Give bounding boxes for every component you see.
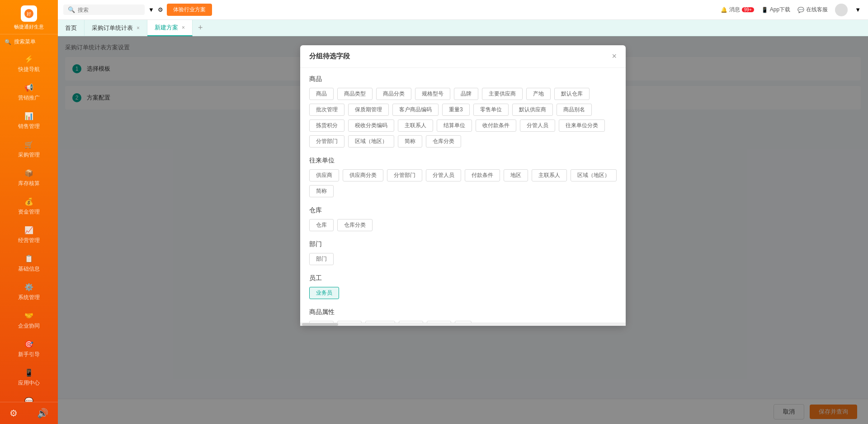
field-tag-warehouse-cat[interactable]: 仓库分类	[337, 219, 373, 231]
field-tag-manager[interactable]: 分管人员	[520, 119, 555, 132]
field-tag-from-unit-category[interactable]: 往来单位分类	[559, 119, 605, 132]
app-download-item[interactable]: 📱 App下载	[761, 6, 790, 14]
field-tag-region-partner[interactable]: 地区	[504, 169, 528, 181]
tab-purchase-stats[interactable]: 采购订单统计表×	[85, 20, 147, 36]
download-icon: 📱	[761, 7, 768, 13]
sidebar-item-cooperation[interactable]: 🤝企业协同	[0, 306, 58, 334]
horizontal-scrollbar[interactable]	[300, 323, 626, 326]
field-tag-main-supplier[interactable]: 主要供应商	[482, 88, 523, 100]
sidebar-item-quick-nav[interactable]: ⚡快捷导航	[0, 49, 58, 78]
sidebar-item-marketing[interactable]: 📢营销推广	[0, 78, 58, 106]
field-tag-origin[interactable]: 产地	[526, 88, 551, 100]
field-tag-default-warehouse[interactable]: 默认仓库	[554, 88, 590, 100]
tab-label-home: 首页	[65, 24, 77, 32]
sidebar-label-marketing: 营销推广	[18, 94, 40, 102]
field-tag-dept[interactable]: 部门	[309, 253, 334, 265]
field-tag-pickup-points[interactable]: 拣货积分	[309, 119, 344, 132]
field-tag-brand[interactable]: 品牌	[454, 88, 478, 100]
field-tag-product-type[interactable]: 商品类型	[337, 88, 373, 100]
appstore-icon: 📱	[24, 367, 34, 377]
field-tag-manager-partner[interactable]: 分管人员	[426, 169, 461, 181]
field-tag-expiry-mgmt[interactable]: 保质期管理	[348, 104, 389, 116]
field-tag-default-supplier[interactable]: 默认供应商	[512, 104, 553, 116]
field-tag-warehouse-category[interactable]: 仓库分类	[426, 135, 461, 148]
field-tag-retail-unit[interactable]: 零售单位	[473, 104, 509, 116]
header-search-icon: 🔍	[68, 6, 75, 13]
field-tag-settlement-unit[interactable]: 结算单位	[437, 119, 472, 132]
sales-icon: 📊	[24, 111, 34, 121]
field-tag-weight3[interactable]: 重量3	[442, 104, 470, 116]
online-service-item[interactable]: 💬 在线客服	[797, 6, 828, 14]
sidebar-item-appstore[interactable]: 📱应用中心	[0, 363, 58, 391]
field-tag-dept-mgmt[interactable]: 分管部门	[309, 135, 344, 148]
sidebar-item-finance[interactable]: 💰资金管理	[0, 192, 58, 220]
quick-nav-icon: ⚡	[24, 54, 34, 64]
field-tags-staff: 业务员	[309, 287, 617, 299]
field-tag-region2-partner[interactable]: 区域（地区）	[571, 169, 617, 181]
sidebar-search[interactable]: 🔍 搜索菜单	[0, 34, 58, 49]
field-tag-payment-cond[interactable]: 付款条件	[465, 169, 500, 181]
dialog-header: 分组待选字段 ×	[300, 45, 626, 68]
tab-close-purchase-stats[interactable]: ×	[137, 25, 140, 31]
field-tag-batch-mgmt[interactable]: 批次管理	[309, 104, 344, 116]
audio-icon[interactable]: 🔊	[37, 408, 48, 419]
field-tag-product-alias[interactable]: 商品别名	[557, 104, 592, 116]
sidebar-item-operation[interactable]: 📈经营管理	[0, 220, 58, 249]
purchase-icon: 🛒	[24, 139, 34, 149]
field-tag-supplier-category[interactable]: 供应商分类	[343, 169, 383, 181]
sidebar-item-inventory[interactable]: 📦库存核算	[0, 163, 58, 192]
sidebar-item-system[interactable]: ⚙️系统管理	[0, 277, 58, 306]
section-staff: 员工业务员	[309, 274, 617, 299]
field-tag-region-product[interactable]: 区域（地区）	[348, 135, 394, 148]
field-tag-main-contact-partner[interactable]: 主联系人	[532, 169, 567, 181]
tabbar: 首页采购订单统计表×新建方案× +	[58, 20, 868, 36]
sidebar-item-wechat[interactable]: 💬企业微信	[0, 391, 58, 402]
field-tag-short-name[interactable]: 简称	[398, 135, 422, 148]
header-search-box[interactable]: 🔍	[63, 5, 145, 15]
bell-icon: 🔔	[721, 7, 727, 13]
section-title-partner: 往来单位	[309, 157, 617, 165]
avatar[interactable]	[835, 4, 848, 16]
field-tag-short-name-partner[interactable]: 简称	[309, 185, 334, 197]
field-tag-salesperson[interactable]: 业务员	[309, 287, 339, 299]
field-tag-supplier[interactable]: 供应商	[309, 169, 339, 181]
search-input[interactable]	[78, 7, 132, 13]
sidebar-item-guide[interactable]: 🎯新手引导	[0, 334, 58, 363]
sidebar-bottom: ⚙ 🔊	[0, 402, 58, 424]
experience-btn[interactable]: 体验行业方案	[167, 4, 212, 16]
svg-text:好: 好	[27, 11, 31, 16]
sidebar-label-purchase: 采购管理	[18, 151, 40, 159]
sidebar-logo: 好 畅捷通好生意	[0, 0, 58, 34]
scroll-thumb[interactable]	[302, 323, 338, 326]
tab-new-plan[interactable]: 新建方案×	[147, 20, 193, 36]
field-tag-tax-code[interactable]: 税收分类编码	[348, 119, 394, 132]
field-tag-product-category[interactable]: 商品分类	[376, 88, 411, 100]
settings-icon[interactable]: ⚙	[9, 408, 18, 419]
tab-home[interactable]: 首页	[58, 20, 85, 36]
search-icon: 🔍	[5, 39, 11, 45]
sidebar-label-sales: 销售管理	[18, 123, 40, 130]
dialog-close-button[interactable]: ×	[612, 52, 617, 61]
tab-add-icon[interactable]: +	[193, 23, 208, 33]
field-tag-product[interactable]: 商品	[309, 88, 334, 100]
logo-icon: 好	[21, 5, 37, 22]
field-tag-payment-terms[interactable]: 收付款条件	[476, 119, 516, 132]
sidebar-item-sales[interactable]: 📊销售管理	[0, 106, 58, 135]
sidebar-item-basic[interactable]: 📋基础信息	[0, 249, 58, 277]
settings-icon-header[interactable]: ⚙	[158, 6, 163, 13]
tab-close-new-plan[interactable]: ×	[182, 24, 185, 31]
user-dropdown-icon[interactable]: ▼	[855, 6, 861, 13]
dropdown-icon[interactable]: ▼	[148, 6, 154, 13]
section-title-department: 部门	[309, 240, 617, 248]
sidebar-label-basic: 基础信息	[18, 265, 40, 273]
notification-item[interactable]: 🔔 消息 99+	[721, 6, 754, 14]
field-tag-customer-code[interactable]: 客户商品编码	[392, 104, 439, 116]
field-tag-dept-partner[interactable]: 分管部门	[387, 169, 422, 181]
header: 🔍 ▼ ⚙ 体验行业方案 🔔 消息 99+ 📱 App下载 💬 在线客服 ▼	[58, 0, 868, 20]
field-tag-warehouse[interactable]: 仓库	[309, 219, 334, 231]
field-tag-main-contact[interactable]: 主联系人	[398, 119, 433, 132]
sidebar-label-guide: 新手引导	[18, 351, 40, 358]
online-service-label: 在线客服	[806, 6, 828, 14]
sidebar-item-purchase[interactable]: 🛒采购管理	[0, 135, 58, 163]
field-tag-spec-type[interactable]: 规格型号	[415, 88, 450, 100]
